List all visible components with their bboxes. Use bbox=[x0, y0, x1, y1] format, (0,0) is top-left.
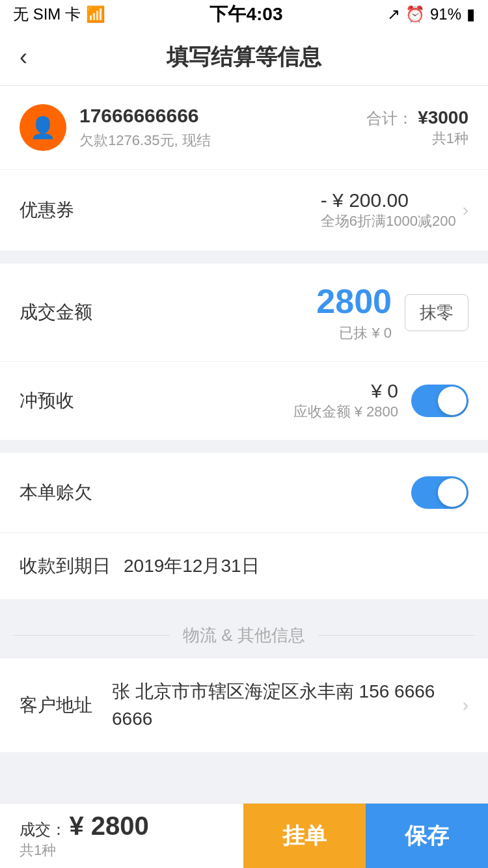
coupon-right: - ¥ 200.00 全场6折满1000减200 › bbox=[321, 189, 468, 231]
gap3 bbox=[0, 599, 488, 612]
main-content: ‹ 填写结算等信息 👤 17666666666 欠款1276.35元, 现结 合… bbox=[0, 29, 488, 868]
divider-line-right bbox=[318, 635, 475, 636]
divider-line-left bbox=[13, 635, 170, 636]
customer-info-text: 17666666666 欠款1276.35元, 现结 bbox=[79, 105, 211, 150]
page-title: 填写结算等信息 bbox=[167, 42, 321, 72]
credit-section: 本单赊欠 收款到期日 2019年12月31日 bbox=[0, 453, 488, 599]
address-label: 客户地址 bbox=[20, 693, 92, 718]
wifi-icon: 📶 bbox=[86, 5, 105, 23]
footer-deal-line: 成交： ¥ 2800 bbox=[20, 811, 224, 841]
battery-level: 91% bbox=[430, 5, 461, 23]
logistics-label: 物流 & 其他信息 bbox=[183, 624, 305, 647]
footer-summary: 成交： ¥ 2800 共1种 bbox=[0, 811, 243, 860]
avatar-icon: 👤 bbox=[30, 115, 56, 140]
credit-toggle[interactable] bbox=[411, 476, 468, 509]
duedate-label: 收款到期日 bbox=[20, 554, 111, 578]
prepay-values: ¥ 0 应收金额 ¥ 2800 bbox=[293, 380, 398, 422]
save-button[interactable]: 保存 bbox=[366, 804, 488, 869]
address-arrow-icon: › bbox=[463, 695, 468, 716]
credit-row: 本单赊欠 bbox=[0, 453, 488, 532]
sim-status: 无 SIM 卡 bbox=[13, 4, 81, 25]
coupon-discount: - ¥ 200.00 bbox=[321, 189, 456, 211]
deal-erased-text: 已抹 ¥ 0 bbox=[316, 323, 392, 343]
nav-bar: ‹ 填写结算等信息 bbox=[0, 29, 488, 86]
footer-deal-amount: ¥ 2800 bbox=[69, 811, 148, 840]
status-right: ↗ ⏰ 91% ▮ bbox=[387, 5, 475, 23]
customer-row: 👤 17666666666 欠款1276.35元, 现结 合计： ¥3000 共… bbox=[0, 86, 488, 169]
footer-bar: 成交： ¥ 2800 共1种 挂单 保存 bbox=[0, 803, 488, 868]
hold-button[interactable]: 挂单 bbox=[243, 804, 366, 869]
deal-right: 2800 已抹 ¥ 0 抹零 bbox=[316, 282, 468, 343]
toggle-knob bbox=[438, 387, 467, 415]
status-bar: 无 SIM 卡 📶 下午4:03 ↗ ⏰ 91% ▮ bbox=[0, 0, 488, 29]
footer-deal-label: 成交： bbox=[20, 821, 66, 838]
coupon-arrow-icon: › bbox=[463, 200, 468, 221]
address-value: 张 北京市市辖区海淀区永丰南 156 6666 6666 bbox=[112, 678, 456, 733]
credit-label: 本单赊欠 bbox=[20, 480, 92, 505]
customer-phone: 17666666666 bbox=[79, 105, 211, 127]
prepay-amount: ¥ 0 bbox=[293, 380, 398, 402]
customer-left: 👤 17666666666 欠款1276.35元, 现结 bbox=[20, 104, 211, 151]
deal-amount-row: 成交金额 2800 已抹 ¥ 0 抹零 bbox=[0, 264, 488, 361]
back-icon: ‹ bbox=[20, 44, 27, 70]
back-button[interactable]: ‹ bbox=[20, 44, 27, 71]
time-display: 下午4:03 bbox=[210, 2, 282, 27]
footer-count: 共1种 bbox=[20, 841, 224, 860]
deal-amount-value: 2800 bbox=[316, 282, 392, 321]
status-left: 无 SIM 卡 📶 bbox=[13, 4, 105, 25]
gap2 bbox=[0, 440, 488, 453]
coupon-row[interactable]: 优惠券 - ¥ 200.00 全场6折满1000减200 › bbox=[0, 169, 488, 251]
prepay-label: 冲预收 bbox=[20, 388, 74, 413]
prepay-toggle[interactable] bbox=[411, 385, 468, 417]
deal-amount-label: 成交金额 bbox=[20, 300, 92, 325]
logistics-divider: 物流 & 其他信息 bbox=[0, 612, 488, 658]
location-icon: ↗ bbox=[387, 5, 400, 23]
avatar: 👤 bbox=[20, 104, 66, 151]
deal-section: 成交金额 2800 已抹 ¥ 0 抹零 冲预收 ¥ 0 应收金额 ¥ 2800 bbox=[0, 264, 488, 440]
coupon-desc: 全场6折满1000减200 bbox=[321, 211, 456, 231]
prepay-right: ¥ 0 应收金额 ¥ 2800 bbox=[293, 380, 468, 422]
customer-right: 合计： ¥3000 共1种 bbox=[366, 107, 468, 148]
battery-icon: ▮ bbox=[467, 5, 475, 23]
duedate-row: 收款到期日 2019年12月31日 bbox=[0, 532, 488, 599]
round-zero-button[interactable]: 抹零 bbox=[405, 294, 468, 331]
prepay-row: 冲预收 ¥ 0 应收金额 ¥ 2800 bbox=[0, 361, 488, 440]
address-row[interactable]: 客户地址 张 北京市市辖区海淀区永丰南 156 6666 6666 › bbox=[0, 658, 488, 752]
customer-sub: 欠款1276.35元, 现结 bbox=[79, 131, 211, 150]
gap1 bbox=[0, 251, 488, 264]
total-count: 共1种 bbox=[366, 129, 468, 148]
prepay-receivable: 应收金额 ¥ 2800 bbox=[293, 402, 398, 422]
total-label: 合计： ¥3000 bbox=[366, 107, 468, 129]
address-section: 客户地址 张 北京市市辖区海淀区永丰南 156 6666 6666 › bbox=[0, 658, 488, 752]
alarm-icon: ⏰ bbox=[405, 5, 425, 23]
credit-toggle-knob bbox=[438, 478, 467, 507]
coupon-label: 优惠券 bbox=[20, 198, 74, 223]
customer-section: 👤 17666666666 欠款1276.35元, 现结 合计： ¥3000 共… bbox=[0, 86, 488, 251]
total-value: ¥3000 bbox=[418, 107, 468, 128]
duedate-value: 2019年12月31日 bbox=[124, 554, 260, 578]
